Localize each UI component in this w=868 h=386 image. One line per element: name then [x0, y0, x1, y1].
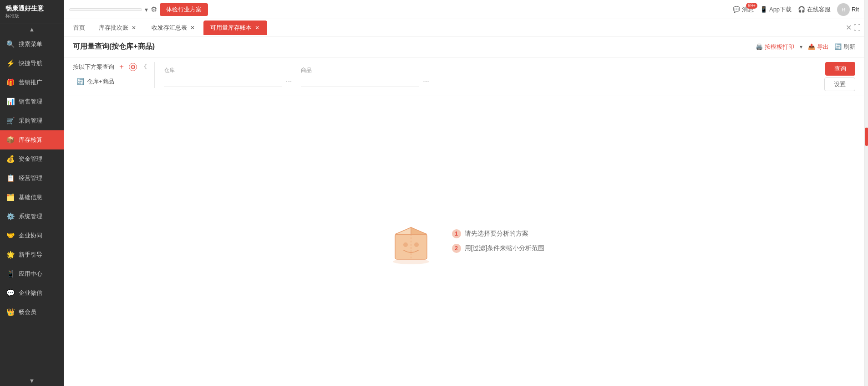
close-all-tabs-button[interactable]: ✕: [846, 23, 852, 32]
sidebar-item-label: 营销推广: [19, 78, 42, 87]
sidebar-item-system[interactable]: ⚙️ 系统管理: [0, 207, 64, 226]
message-badge: 99+: [746, 3, 757, 9]
filter-settings-button[interactable]: ⚙: [129, 63, 137, 71]
inventory-icon: 📦: [6, 136, 15, 144]
scheme-icon: 🔄: [76, 78, 84, 85]
tab-home[interactable]: 首页: [67, 21, 91, 35]
filter-collapse-button[interactable]: 《: [141, 63, 147, 71]
user-avatar-item[interactable]: R Rit: [837, 3, 859, 16]
sidebar-item-wechat[interactable]: 💬 企业微信: [0, 283, 64, 303]
product-input[interactable]: [301, 76, 419, 87]
warehouse-input[interactable]: [164, 76, 282, 87]
sidebar-item-sales[interactable]: 📊 销售管理: [0, 92, 64, 111]
sidebar-nav: 🔍 搜索菜单 ⚡ 快捷导航 🎁 营销推广 📊 销售管理 🛒 采购管理 📦 库存核…: [0, 35, 64, 376]
hint-text-2: 用[过滤]条件来缩小分析范围: [465, 244, 545, 252]
sidebar-item-label: 经营管理: [19, 174, 42, 182]
right-scrollbar[interactable]: [864, 0, 868, 386]
main-area: ▾ ⚙ 体验行业方案 💬 消息 99+ 📱 App下载 🎧 在线客服 R: [64, 0, 864, 386]
message-icon-item[interactable]: 💬 消息 99+: [733, 5, 754, 14]
warehouse-more-button[interactable]: ···: [286, 77, 292, 86]
sidebar: 畅康通好生意 标准版 ▲ 🔍 搜索菜单 ⚡ 快捷导航 🎁 营销推广 📊 销售管理…: [0, 0, 64, 386]
sidebar-item-label: 企业微信: [19, 289, 42, 297]
filter-scheme-label: 按以下方案查询: [73, 63, 114, 71]
sidebar-item-label: 新手引导: [19, 251, 42, 259]
page-title: 可用量查询(按仓库+商品): [73, 42, 155, 51]
empty-hint-2: 2 用[过滤]条件来缩小分析范围: [452, 244, 545, 253]
avatar-initials: R: [842, 7, 845, 12]
sidebar-item-label: 基础信息: [19, 193, 42, 201]
headset-icon: 🎧: [798, 6, 805, 13]
expand-button[interactable]: ⛶: [853, 24, 861, 32]
sidebar-item-finance[interactable]: 💰 资金管理: [0, 149, 64, 169]
topbar-search-box[interactable]: [69, 8, 142, 11]
sidebar-item-label: 快捷导航: [19, 59, 42, 67]
hint-number-2: 2: [452, 244, 461, 253]
tab-available-qty[interactable]: 可用量库存账本 ✕: [203, 21, 267, 35]
sidebar-item-newbie[interactable]: 🌟 新手引导: [0, 245, 64, 264]
sidebar-scroll-up[interactable]: ▲: [0, 24, 64, 35]
hint-number-1: 1: [452, 229, 461, 238]
warehouse-row: ···: [164, 76, 292, 87]
customer-service-item[interactable]: 🎧 在线客服: [798, 5, 831, 14]
sidebar-item-shortcut[interactable]: ⚡ 快捷导航: [0, 54, 64, 73]
sidebar-item-member[interactable]: 👑 畅会员: [0, 303, 64, 322]
filter-product-group: 商品 ···: [301, 67, 429, 87]
export-icon: 📤: [808, 43, 815, 50]
page-actions: 🖨️ 按模板打印 ▾ 📤 导出 🔄 刷新: [756, 43, 855, 51]
filter-right: 仓库 ··· 商品 ··· 查询 设置: [155, 62, 855, 91]
sidebar-scroll-down[interactable]: ▼: [0, 376, 64, 386]
phone-icon: 📱: [6, 270, 15, 278]
column-settings-button[interactable]: 设置: [824, 77, 855, 91]
export-label: 导出: [817, 43, 829, 51]
tab-receipt-summary-label: 收发存汇总表: [152, 24, 187, 32]
sidebar-item-app-center[interactable]: 📱 应用中心: [0, 264, 64, 283]
chat-icon: 💬: [6, 289, 15, 297]
filter-label-row: 按以下方案查询 ＋ ⚙ 《: [73, 62, 149, 72]
topbar-dropdown-button[interactable]: ▾: [145, 6, 148, 13]
filter-left: 按以下方案查询 ＋ ⚙ 《 🔄 仓库+商品: [73, 62, 155, 88]
query-button[interactable]: 查询: [825, 62, 855, 76]
filter-add-button[interactable]: ＋: [118, 62, 125, 72]
chart-icon: 📊: [6, 98, 15, 106]
sidebar-item-operations[interactable]: 📋 经营管理: [0, 169, 64, 188]
hint-text-1: 请先选择要分析的方案: [465, 230, 528, 238]
tabs-bar: 首页 库存批次账 ✕ 收发存汇总表 ✕ 可用量库存账本 ✕ ✕ ⛶: [64, 19, 864, 36]
sidebar-item-label: 销售管理: [19, 98, 42, 106]
cart-icon: 🛒: [6, 117, 15, 125]
print-dropdown-button[interactable]: ▾: [800, 44, 802, 50]
sidebar-item-purchase[interactable]: 🛒 采购管理: [0, 111, 64, 130]
sidebar-item-label: 企业协同: [19, 232, 42, 240]
sidebar-item-enterprise[interactable]: 🤝 企业协同: [0, 226, 64, 245]
filter-action-buttons: 查询 设置: [824, 62, 855, 91]
sidebar-item-search[interactable]: 🔍 搜索菜单: [0, 35, 64, 54]
tab-home-label: 首页: [73, 24, 85, 32]
sidebar-item-inventory[interactable]: 📦 库存核算: [0, 130, 64, 149]
search-icon: 🔍: [6, 40, 15, 48]
tabs-right-buttons: ✕ ⛶: [846, 23, 861, 32]
svg-point-6: [393, 259, 429, 264]
svg-point-4: [403, 242, 408, 247]
app-download-item[interactable]: 📱 App下载: [760, 5, 792, 14]
app-version: 标准版: [5, 13, 58, 19]
sidebar-item-basic-info[interactable]: 🗂️ 基础信息: [0, 188, 64, 207]
sidebar-item-label: 畅会员: [19, 308, 36, 316]
trial-industry-button[interactable]: 体验行业方案: [160, 3, 208, 16]
sidebar-item-label: 搜索菜单: [19, 40, 42, 48]
phone-icon: 📱: [760, 6, 767, 13]
sidebar-item-marketing[interactable]: 🎁 营销推广: [0, 73, 64, 92]
tab-batch-account-label: 库存批次账: [99, 24, 128, 32]
empty-text-area: 1 请先选择要分析的方案 2 用[过滤]条件来缩小分析范围: [452, 229, 545, 253]
app-name: 畅康通好生意: [5, 5, 58, 13]
export-button[interactable]: 📤 导出: [808, 43, 829, 51]
product-more-button[interactable]: ···: [423, 77, 429, 86]
tab-batch-account[interactable]: 库存批次账 ✕: [92, 21, 144, 35]
refresh-button[interactable]: 🔄 刷新: [834, 43, 855, 51]
filter-scheme-item-warehouse[interactable]: 🔄 仓库+商品: [73, 75, 149, 88]
tab-receipt-summary[interactable]: 收发存汇总表 ✕: [145, 21, 203, 35]
tab-available-qty-close[interactable]: ✕: [254, 25, 260, 31]
tab-receipt-summary-close[interactable]: ✕: [189, 25, 196, 31]
print-button[interactable]: 🖨️ 按模板打印: [756, 43, 794, 51]
tab-batch-account-close[interactable]: ✕: [131, 25, 137, 31]
topbar-gear-button[interactable]: ⚙: [151, 5, 157, 14]
sidebar-item-label: 采购管理: [19, 117, 42, 125]
